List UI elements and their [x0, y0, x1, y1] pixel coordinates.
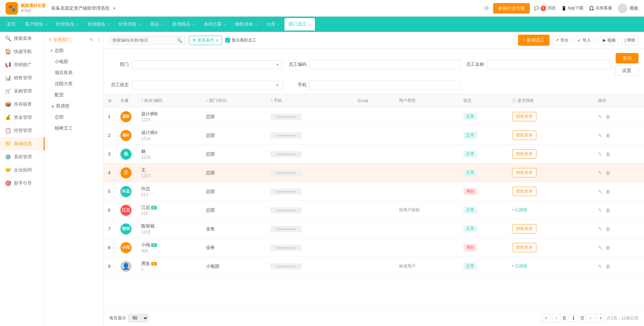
dept-collapse-icon[interactable]: 《 [96, 37, 100, 43]
add-employee-btn[interactable]: + 新增员工 [518, 35, 550, 46]
col-name[interactable]: ↕ 姓名/编码 [137, 94, 202, 107]
dept-xiaodianbu[interactable]: 小电部 [45, 56, 103, 67]
delete-btn[interactable]: 🗑 [606, 133, 610, 138]
auth-login-btn[interactable]: 授权登录 [512, 131, 536, 140]
edit-btn[interactable]: ✎ [598, 245, 602, 250]
edit-btn[interactable]: ✎ [598, 151, 602, 157]
dept-all[interactable]: ⠿ 全部部门 ✎ 《 [45, 35, 103, 45]
nav-search[interactable]: 🔍 搜索菜单 [0, 32, 45, 45]
dept-xiangmu[interactable]: 项目库房 [45, 67, 103, 78]
prev-page-btn[interactable]: ‹ [552, 314, 561, 323]
employee-name-input[interactable] [487, 60, 612, 69]
query-btn[interactable]: 查询 [616, 53, 638, 63]
search-input[interactable] [112, 38, 175, 43]
edit-btn[interactable]: ✎ [598, 208, 602, 213]
import-btn[interactable]: ↙ 导入 [574, 36, 594, 45]
authorized-badge: • 已授权 [512, 207, 576, 213]
tab-home[interactable]: 首页 [3, 18, 20, 30]
nav-basic-info[interactable]: 📁 基础信息 [0, 137, 45, 150]
nav-purchase[interactable]: 🛒 采购管理 [0, 85, 45, 98]
auth-login-btn[interactable]: 授权登录 [512, 224, 536, 234]
nav-shortcuts[interactable]: 🏠 快捷导航 [0, 45, 45, 58]
row-avatar: 刷A [116, 126, 137, 145]
delete-btn[interactable]: 🗑 [606, 264, 610, 269]
dept-peihuo[interactable]: 配货 [45, 89, 103, 100]
delete-btn[interactable]: 🗑 [606, 151, 610, 157]
delete-btn[interactable]: 🗑 [606, 226, 610, 232]
view-btn[interactable]: ▶ 视频 [600, 36, 619, 45]
page-size-select[interactable]: 50 20 100 [128, 314, 148, 322]
row-email [354, 107, 395, 126]
auth-login-btn[interactable]: 授权登录 [512, 243, 536, 252]
page-input[interactable] [568, 314, 579, 322]
nav-guide[interactable]: 🎯 新手引导 [0, 177, 45, 190]
edit-btn[interactable]: ✎ [598, 264, 602, 269]
auth-login-btn[interactable]: 授权登录 [512, 168, 536, 177]
tab-barcode[interactable]: 条码方案 × [200, 18, 230, 30]
employee-code-input[interactable] [309, 60, 461, 69]
dept-select[interactable]: ▼ [131, 60, 283, 69]
delete-btn[interactable]: 🗑 [606, 208, 610, 213]
col-phone[interactable]: ↕ 手机 [266, 94, 354, 107]
tab-customer[interactable]: 客户联络 × [21, 18, 51, 30]
system-title-chevron[interactable]: ▼ [112, 6, 116, 10]
nav-marketing[interactable]: 📢 营销推广 [0, 58, 45, 71]
row-avatar: 杨 [116, 145, 137, 164]
search-box: 🔍 [109, 36, 185, 45]
tab-goods[interactable]: 商品 × [146, 18, 167, 30]
tab-operation[interactable]: 经营情况 × [52, 18, 82, 30]
edit-btn[interactable]: ✎ [598, 133, 602, 138]
nav-collab[interactable]: 🤝 企业协同 [0, 164, 45, 177]
next-page-btn[interactable]: › [586, 314, 595, 323]
dept-parent-zongbu[interactable]: ▼ 总部 [45, 45, 103, 56]
dept-shenyang[interactable]: 沈阳大库 [45, 78, 103, 89]
export-btn[interactable]: ↗ 导出 [552, 36, 572, 45]
tab-warehouse[interactable]: 仓库 × [262, 18, 284, 30]
status-select[interactable]: ▼ [131, 81, 283, 89]
col-settings[interactable]: ⚙ [104, 94, 116, 107]
dept-zongbu2[interactable]: 总部 [45, 112, 103, 123]
edit-btn[interactable]: ✎ [598, 170, 602, 176]
edit-btn[interactable]: ✎ [598, 189, 602, 194]
delete-btn[interactable]: 🗑 [606, 170, 610, 176]
help-btn[interactable]: | 帮助 [622, 36, 638, 45]
checkbox-icon: ✓ [225, 38, 230, 43]
delete-btn[interactable]: 🗑 [606, 245, 610, 250]
online-service-btn[interactable]: 🎧 在线客服 [589, 5, 612, 11]
app-download-btn[interactable]: 📱 App下载 [561, 5, 583, 11]
edit-btn[interactable]: ✎ [598, 226, 602, 232]
gear-icon[interactable]: ⚙ [484, 5, 489, 11]
nav-system[interactable]: ⚙️ 系统管理 [0, 150, 45, 164]
delete-btn[interactable]: 🗑 [606, 114, 610, 120]
last-page-btn[interactable]: » [596, 314, 605, 323]
delete-btn[interactable]: 🗑 [606, 189, 610, 194]
nav-finance[interactable]: 💰 资金管理 [0, 111, 45, 124]
tab-profit[interactable]: 利润报告 × [83, 18, 114, 30]
nav-operations[interactable]: 📋 经营管理 [0, 124, 45, 137]
reset-btn[interactable]: 设置 [615, 65, 638, 76]
auth-login-btn[interactable]: 授权登录 [512, 187, 536, 196]
tab-employees[interactable]: 部门员工 × [284, 18, 315, 30]
first-page-btn[interactable]: « [542, 314, 551, 323]
col-dept[interactable]: ↕ 部门/职位 [202, 94, 266, 107]
dept-shuanglvxiang[interactable]: ▶ 双虑想 [45, 100, 103, 112]
phone-input[interactable] [309, 80, 461, 90]
col-email: Email [354, 94, 395, 107]
nav-sales[interactable]: 📊 销售管理 [0, 71, 45, 85]
show-resigned-toggle[interactable]: ✓ 显示离职员工 [225, 37, 256, 43]
filter-btn[interactable]: ▼ 更多条件 ∧ [189, 36, 222, 45]
export-icon: ↗ [555, 38, 559, 43]
avatar: 智斌 [120, 223, 131, 235]
auth-login-btn[interactable]: 授权登录 [512, 149, 536, 159]
experience-btn[interactable]: 体验行业方案 [493, 3, 530, 14]
msg-btn[interactable]: 💬 6 消息 [534, 5, 556, 11]
user-area[interactable]: 用友 [618, 3, 638, 13]
dept-zhishu[interactable]: 植树王三 [45, 123, 103, 134]
tab-add-goods[interactable]: 新增商品 × [168, 18, 199, 30]
dept-edit-icon[interactable]: ✎ [90, 37, 93, 42]
nav-inventory[interactable]: 📦 库存核算 [0, 98, 45, 111]
tab-history[interactable]: 经营历程 × [115, 18, 145, 30]
auth-login-btn[interactable]: 授权登录 [512, 112, 536, 121]
edit-btn[interactable]: ✎ [598, 114, 602, 120]
tab-bom[interactable]: 物料清单 × [231, 18, 261, 30]
